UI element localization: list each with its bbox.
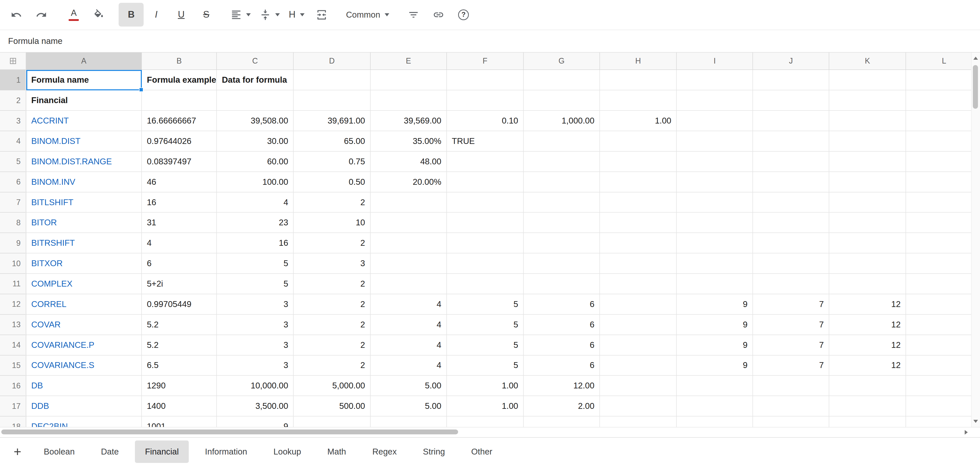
cell-E15[interactable]: 4 [371,356,447,376]
cell-D5[interactable]: 0.75 [294,152,371,172]
row-header-14[interactable]: 14 [0,335,25,356]
cell-F4[interactable]: TRUE [447,131,524,152]
vertical-scroll-thumb[interactable] [973,65,978,109]
undo-button[interactable] [4,3,29,27]
cell-J15[interactable]: 7 [753,356,829,376]
cell-B9[interactable]: 4 [142,233,217,254]
cell-E11[interactable] [371,274,447,294]
cell-D6[interactable]: 0.50 [294,172,371,192]
cell-I9[interactable] [677,233,753,254]
link-button[interactable] [426,3,451,27]
cell-J5[interactable] [753,152,829,172]
cell-D13[interactable]: 2 [294,315,371,335]
cell-I14[interactable]: 9 [677,335,753,356]
scroll-up-arrow[interactable] [972,54,980,62]
cell-D15[interactable]: 2 [294,356,371,376]
cell-L10[interactable] [906,254,971,274]
row-header-8[interactable]: 8 [0,212,25,233]
cell-B16[interactable]: 1290 [142,376,217,396]
cell-H16[interactable] [600,376,677,396]
cell-C10[interactable]: 5 [217,254,294,274]
cell-K14[interactable]: 12 [829,335,906,356]
cell-A12[interactable]: CORREL [26,294,142,315]
cell-F16[interactable]: 1.00 [447,376,524,396]
cell-I1[interactable] [677,70,753,90]
cell-C14[interactable]: 3 [217,335,294,356]
column-header-K[interactable]: K [829,53,906,69]
cell-H2[interactable] [600,90,677,111]
heading-button[interactable]: H [284,3,309,27]
cell-B2[interactable] [142,90,217,111]
cell-G8[interactable] [524,212,600,233]
cell-G9[interactable] [524,233,600,254]
cell-D12[interactable]: 2 [294,294,371,315]
cell-L15[interactable] [906,356,971,376]
cell-A18[interactable]: DEC2BIN [26,417,142,427]
cell-C8[interactable]: 23 [217,212,294,233]
cell-F3[interactable]: 0.10 [447,111,524,131]
horizontal-scroll-thumb[interactable] [1,429,458,435]
sheet-tab-regex[interactable]: Regex [362,440,407,463]
row-header-12[interactable]: 12 [0,294,25,315]
cell-B12[interactable]: 0.99705449 [142,294,217,315]
sheet-tab-other[interactable]: Other [461,440,502,463]
cell-K7[interactable] [829,192,906,213]
cell-E12[interactable]: 4 [371,294,447,315]
row-header-6[interactable]: 6 [0,172,25,192]
cell-K17[interactable] [829,396,906,417]
cell-B6[interactable]: 46 [142,172,217,192]
column-header-L[interactable]: L [906,53,971,69]
cell-B15[interactable]: 6.5 [142,356,217,376]
cell-L3[interactable] [906,111,971,131]
column-header-C[interactable]: C [217,53,294,69]
sheet-tab-boolean[interactable]: Boolean [34,440,85,463]
cell-A14[interactable]: COVARIANCE.P [26,335,142,356]
underline-button[interactable]: U [169,3,194,27]
cell-I3[interactable] [677,111,753,131]
cell-A4[interactable]: BINOM.DIST [26,131,142,152]
cell-L13[interactable] [906,315,971,335]
cell-H9[interactable] [600,233,677,254]
cell-L11[interactable] [906,274,971,294]
cell-F6[interactable] [447,172,524,192]
row-header-18[interactable]: 18 [0,417,25,427]
cell-L1[interactable] [906,70,971,90]
cell-G4[interactable] [524,131,600,152]
cell-F10[interactable] [447,254,524,274]
cell-C11[interactable]: 5 [217,274,294,294]
cell-H13[interactable] [600,315,677,335]
cell-B8[interactable]: 31 [142,212,217,233]
cell-F14[interactable]: 5 [447,335,524,356]
cell-B13[interactable]: 5.2 [142,315,217,335]
row-header-10[interactable]: 10 [0,254,25,274]
add-sheet-button[interactable]: + [6,440,29,463]
cell-F17[interactable]: 1.00 [447,396,524,417]
align-horizontal-button[interactable] [226,3,255,27]
column-header-E[interactable]: E [371,53,447,69]
cell-L18[interactable] [906,417,971,427]
cell-C13[interactable]: 3 [217,315,294,335]
cell-K15[interactable]: 12 [829,356,906,376]
cell-A3[interactable]: ACCRINT [26,111,142,131]
cell-D18[interactable] [294,417,371,427]
cell-I16[interactable] [677,376,753,396]
column-header-F[interactable]: F [447,53,524,69]
cell-A10[interactable]: BITXOR [26,254,142,274]
cell-D14[interactable]: 2 [294,335,371,356]
cell-K16[interactable] [829,376,906,396]
cell-A1[interactable]: Formula name [26,70,142,90]
cell-C5[interactable]: 60.00 [217,152,294,172]
cell-D10[interactable]: 3 [294,254,371,274]
cell-D4[interactable]: 65.00 [294,131,371,152]
cell-H18[interactable] [600,417,677,427]
cell-E18[interactable] [371,417,447,427]
cell-A15[interactable]: COVARIANCE.S [26,356,142,376]
cell-E7[interactable] [371,192,447,213]
cell-D9[interactable]: 2 [294,233,371,254]
row-header-13[interactable]: 13 [0,315,25,335]
cell-C12[interactable]: 3 [217,294,294,315]
cell-L4[interactable] [906,131,971,152]
cell-K12[interactable]: 12 [829,294,906,315]
cell-G14[interactable]: 6 [524,335,600,356]
cell-E14[interactable]: 4 [371,335,447,356]
